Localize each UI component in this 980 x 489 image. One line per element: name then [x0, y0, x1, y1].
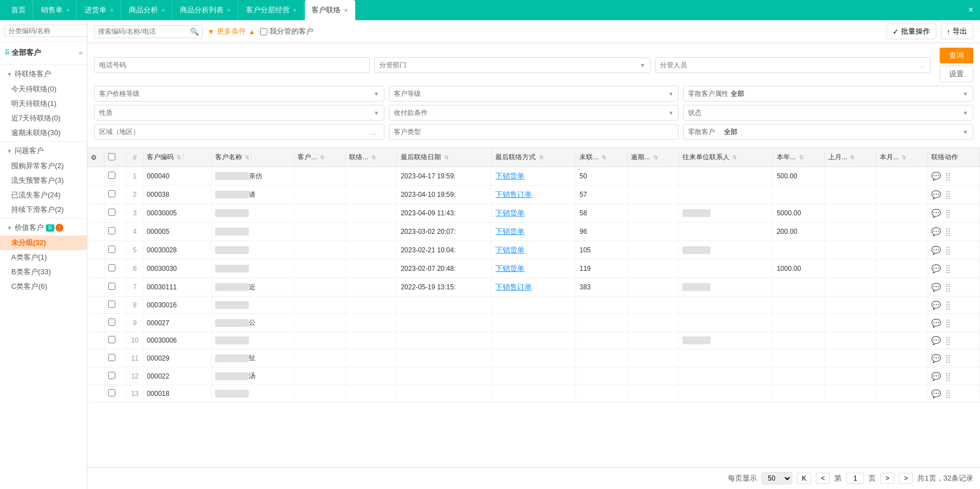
batch-ops-button[interactable]: ✓ 批量操作 [886, 24, 936, 39]
collapse-icon[interactable]: « [79, 49, 82, 56]
contact-icon[interactable]: 💬 [931, 336, 941, 345]
row-checkbox[interactable] [108, 190, 115, 197]
contact-icon[interactable]: 💬 [931, 283, 941, 292]
more-actions-icon[interactable]: ⣿ [945, 227, 951, 236]
nav-tab-analysis[interactable]: 商品分析 × [122, 0, 172, 20]
th-type[interactable]: 客户... ⇅ [294, 148, 346, 167]
more-actions-icon[interactable]: ⣿ [945, 301, 951, 310]
td-check[interactable] [104, 167, 127, 186]
row-checkbox[interactable] [108, 372, 115, 379]
contact-way-link[interactable]: 下销售订单 [495, 190, 532, 199]
th-code[interactable]: 客户编码 ⇅| [143, 148, 211, 167]
sidebar-item-overdue[interactable]: 逾期未联络(30) [0, 126, 87, 140]
more-actions-icon[interactable]: ⣿ [945, 389, 951, 398]
group-value-title[interactable]: ▼ 价值客户 R ! [0, 220, 87, 236]
filter-price-level[interactable]: 客户价格等级 ▼ [94, 86, 384, 102]
close-tab-analysis[interactable]: × [161, 7, 165, 13]
more-actions-icon[interactable]: ⣿ [945, 354, 951, 363]
th-last-month[interactable]: 上月... ⇅ [825, 148, 876, 167]
row-checkbox[interactable] [108, 336, 115, 343]
contact-icon[interactable]: 💬 [931, 227, 941, 236]
more-actions-icon[interactable]: ⣿ [945, 319, 951, 327]
close-tab-customer-tier[interactable]: × [293, 7, 296, 13]
query-button[interactable]: 查询 [940, 48, 973, 63]
sidebar-item-churn-warning[interactable]: 流失预警客户(3) [0, 173, 87, 188]
filter-customer-level[interactable]: 客户等级 ▼ [389, 86, 679, 102]
contact-icon[interactable]: 💬 [931, 319, 941, 327]
th-gear[interactable]: ⚙ [87, 148, 104, 167]
filter-search-icon[interactable]: 🔍 [190, 27, 199, 36]
contact-icon[interactable]: 💬 [931, 389, 941, 398]
sidebar-item-declining[interactable]: 持续下滑客户(2) [0, 202, 87, 217]
th-contact[interactable]: 联络... ⇅ [346, 148, 397, 167]
td-check[interactable] [104, 223, 127, 241]
nav-tab-purchase[interactable]: 进货单 × [78, 0, 120, 20]
group-problem-title[interactable]: ▼ 问题客户 [0, 143, 87, 159]
row-checkbox[interactable] [108, 209, 115, 216]
filter-region[interactable]: 区域（地区） … [94, 124, 384, 140]
contact-way-link[interactable]: 下销货单 [495, 246, 524, 254]
td-check[interactable] [104, 297, 127, 314]
sidebar-item-ungrouped[interactable]: 未分组(32) [0, 236, 87, 250]
filter-cust-type[interactable]: 客户类型 [389, 124, 679, 140]
contact-icon[interactable]: 💬 [931, 246, 941, 255]
next-page-btn[interactable]: > [880, 473, 894, 484]
contact-way-link[interactable]: 下销货单 [495, 227, 524, 236]
row-checkbox[interactable] [108, 264, 115, 271]
filter-dept[interactable]: 分管部门 ▼ [374, 57, 650, 73]
td-check[interactable] [104, 241, 127, 260]
td-check[interactable] [104, 385, 127, 403]
contact-icon[interactable]: 💬 [931, 264, 941, 273]
nav-tab-customer-tier[interactable]: 客户分层经营 × [239, 0, 304, 20]
close-tab-purchase[interactable]: × [110, 7, 113, 13]
filter-search-input[interactable] [98, 27, 188, 35]
close-all-tabs[interactable]: × [966, 3, 976, 17]
nav-tab-customer-contact[interactable]: 客户联络 × [305, 0, 355, 20]
reset-button[interactable]: 设置 [940, 66, 973, 82]
row-checkbox[interactable] [108, 389, 115, 396]
contact-way-link[interactable]: 下销货单 [495, 264, 524, 273]
sidebar-item-tomorrow[interactable]: 明天待联络(1) [0, 96, 87, 111]
filter-retail-customer[interactable]: 零散客户 全部 ▼ [683, 124, 973, 140]
my-customers-check[interactable] [260, 28, 267, 35]
sidebar-search-input[interactable] [4, 25, 87, 37]
more-actions-icon[interactable]: ⣿ [945, 246, 951, 255]
sidebar-item-class-c[interactable]: C类客户(6) [0, 279, 87, 294]
filter-manager[interactable]: 分管人员 … [655, 57, 931, 73]
th-last-date[interactable]: 最后联络日期 ⇅ [397, 148, 492, 167]
th-last-way[interactable]: 最后联络方式 ⇅ [492, 148, 576, 167]
sidebar-item-class-a[interactable]: A类客户(1) [0, 250, 87, 265]
row-checkbox[interactable] [108, 354, 115, 361]
row-checkbox[interactable] [108, 301, 115, 308]
th-this-month[interactable]: 本月... ⇅ [876, 148, 928, 167]
more-actions-icon[interactable]: ⣿ [945, 190, 951, 199]
contact-icon[interactable]: 💬 [931, 301, 941, 310]
filter-more-button[interactable]: ▼ 更多条件 ▲ [207, 26, 256, 36]
td-check[interactable] [104, 278, 127, 297]
contact-way-link[interactable]: 下销货单 [495, 172, 524, 180]
more-actions-icon[interactable]: ⣿ [945, 283, 951, 292]
sidebar-item-abnormal[interactable]: 囤购异常客户(2) [0, 159, 87, 173]
close-tab-analysis-list[interactable]: × [227, 7, 230, 13]
filter-status[interactable]: 状态 ▼ [683, 105, 973, 121]
contact-icon[interactable]: 💬 [931, 372, 941, 381]
more-actions-icon[interactable]: ⣿ [945, 372, 951, 381]
th-uncontacted[interactable]: 未联... ⇅ [576, 148, 628, 167]
region-more-dots[interactable]: … [368, 128, 379, 136]
close-tab-sales[interactable]: × [66, 7, 69, 13]
td-check[interactable] [104, 349, 127, 367]
sidebar-item-7days[interactable]: 近7天待联络(0) [0, 111, 87, 126]
th-check[interactable] [104, 148, 127, 167]
filter-retail-attr[interactable]: 零散客户属性 全部 ▼ [683, 86, 973, 102]
sidebar-item-churned[interactable]: 已流失客户(24) [0, 188, 87, 202]
td-check[interactable] [104, 204, 127, 223]
group-pending-title[interactable]: ▼ 待联络客户 [0, 66, 87, 82]
nav-tab-sales[interactable]: 销售单 × [34, 0, 77, 20]
more-actions-icon[interactable]: ⣿ [945, 172, 951, 181]
first-page-btn[interactable]: K [797, 473, 811, 484]
page-size-select[interactable]: 50 20 100 [761, 472, 792, 485]
sidebar-item-class-b[interactable]: B类客户(33) [0, 265, 87, 279]
th-this-year[interactable]: 本年... ⇅ [773, 148, 825, 167]
contact-icon[interactable]: 💬 [931, 190, 941, 199]
th-overdue[interactable]: 逾期... ⇅ [628, 148, 679, 167]
